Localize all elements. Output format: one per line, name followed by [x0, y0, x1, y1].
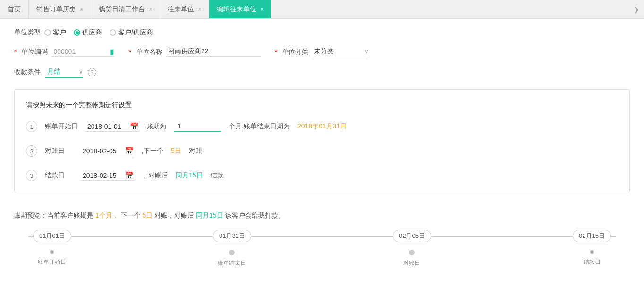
- setting-row-1: 1 账单开始日 📅 账期为 个月,账单结束日期为 2018年01月31日: [26, 121, 618, 132]
- reconcile-date-calendar-icon[interactable]: 📅: [125, 147, 134, 155]
- preview-text-middle1: 下一个: [121, 211, 141, 219]
- tab-sales-history-label: 销售订单历史: [36, 5, 76, 14]
- tab-cashflow-label: 钱货日清工作台: [99, 5, 145, 14]
- timeline-item-1: 01月31日 账单结束日: [213, 230, 251, 267]
- setting-number-3: 3: [26, 170, 37, 181]
- tab-partner-units-label: 往来单位: [168, 5, 194, 14]
- period-suffix-label: 个月,账单结束日期为: [229, 122, 290, 131]
- radio-supplier[interactable]: 供应商: [74, 28, 102, 37]
- timeline-label-0: 账单开始日: [38, 258, 66, 266]
- unit-type-label: 单位类型: [14, 28, 41, 37]
- radio-supplier-circle: [74, 29, 80, 36]
- period-prefix-label: 账期为: [146, 122, 166, 131]
- payment-help-icon[interactable]: ?: [88, 68, 96, 76]
- radio-both-label: 客户/供应商: [118, 28, 153, 37]
- unit-category-star: *: [275, 48, 277, 56]
- timeline-item-0: 01月01日 账单开始日: [33, 230, 71, 266]
- payment-date-input-group: 📅: [81, 171, 134, 181]
- reconcile-date-input[interactable]: [81, 146, 123, 156]
- timeline-item-3: 02月15日 结款日: [573, 230, 611, 266]
- timeline-date-0: 01月01日: [33, 230, 71, 242]
- unit-name-star: *: [128, 48, 131, 56]
- timeline-label-2: 对账日: [403, 259, 420, 267]
- timeline-items: 01月01日 账单开始日 01月31日 账单结束日 02月05日 对账日 02月…: [33, 230, 611, 267]
- payment-condition-chevron-icon: ∨: [79, 68, 83, 75]
- payment-date-input[interactable]: [81, 171, 123, 180]
- preview-highlight-2: 5日: [142, 211, 153, 219]
- tab-sales-history-close[interactable]: ×: [80, 6, 83, 13]
- timeline-dot-1: [229, 250, 235, 255]
- radio-customer-label: 客户: [53, 28, 66, 37]
- radio-group: 客户 供应商 客户/供应商: [44, 28, 153, 37]
- preview-highlight-3: 同月15日: [196, 211, 223, 219]
- unit-code-copy-icon[interactable]: ▮: [110, 47, 114, 56]
- tab-partner-units[interactable]: 往来单位 ×: [160, 0, 209, 18]
- timeline-date-1: 01月31日: [213, 230, 251, 242]
- unit-category-select[interactable]: 未分类 ∨: [312, 46, 369, 57]
- setting-label-1: 账单开始日: [45, 122, 78, 131]
- payment-suffix: 结款: [211, 171, 224, 180]
- setting-row-2: 2 对账日 📅 ,下一个 5日 对账: [26, 145, 618, 157]
- payment-date-calendar-icon[interactable]: 📅: [125, 171, 134, 180]
- reconcile-date-input-group: 📅: [81, 146, 134, 156]
- unit-code-label: 单位编码: [21, 48, 48, 56]
- payment-condition-select[interactable]: 月结 ∨: [45, 67, 83, 78]
- unit-code-group: * 单位编码 ▮: [14, 47, 114, 57]
- timeline-label-3: 结款日: [584, 258, 601, 266]
- main-content: 单位类型 客户 供应商 客户/供应商 * 单位编码: [0, 19, 644, 287]
- unit-category-chevron-icon: ∨: [364, 48, 369, 55]
- timeline-dot-2: [409, 250, 415, 255]
- tab-edit-partner-close[interactable]: ×: [260, 6, 263, 13]
- timeline-container: 01月01日 账单开始日 01月31日 账单结束日 02月05日 对账日 02月…: [14, 230, 630, 267]
- preview-text-before: 账期预览：当前客户账期是: [14, 211, 93, 219]
- setting-number-2: 2: [26, 145, 37, 157]
- radio-both[interactable]: 客户/供应商: [110, 28, 153, 37]
- unit-category-value: 未分类: [312, 46, 363, 57]
- start-date-input[interactable]: [85, 122, 128, 131]
- tab-expand-button[interactable]: ❯: [629, 0, 644, 18]
- tab-partner-units-close[interactable]: ×: [198, 6, 201, 13]
- unit-name-group: * 单位名称: [128, 47, 260, 57]
- radio-customer[interactable]: 客户: [44, 28, 66, 37]
- payment-prefix: ，对账后: [142, 171, 168, 180]
- radio-supplier-label: 供应商: [82, 28, 102, 37]
- tab-cashflow-close[interactable]: ×: [149, 6, 152, 13]
- reconcile-day-highlight: 5日: [171, 147, 181, 155]
- tab-cashflow[interactable]: 钱货日清工作台 ×: [91, 0, 160, 18]
- tab-bar: 首页 销售订单历史 × 钱货日清工作台 × 往来单位 × 编辑往来单位 × ❯: [0, 0, 644, 19]
- unit-name-input[interactable]: [166, 47, 261, 57]
- unit-details-row: * 单位编码 ▮ * 单位名称 * 单位分类 未分类 ∨: [14, 46, 630, 57]
- reconcile-suffix: 对账: [189, 147, 202, 155]
- unit-type-row: 单位类型 客户 供应商 客户/供应商: [14, 28, 630, 37]
- tab-home[interactable]: 首页: [0, 0, 29, 18]
- preview-text-middle2: 对账，对账后: [154, 211, 194, 219]
- payment-condition-value: 月结: [45, 67, 77, 77]
- timeline-date-2: 02月05日: [393, 230, 431, 242]
- timeline-dot-3: [590, 250, 594, 254]
- unit-name-label: 单位名称: [136, 48, 162, 56]
- unit-category-group: * 单位分类 未分类 ∨: [275, 46, 369, 57]
- timeline-label-1: 账单结束日: [218, 259, 246, 267]
- preview-text-end: 该客户会给我打款。: [225, 211, 285, 219]
- tab-home-label: 首页: [8, 5, 21, 14]
- radio-customer-circle: [44, 29, 51, 36]
- unit-code-input-wrapper: ▮: [51, 47, 114, 57]
- tab-sales-history[interactable]: 销售订单历史 ×: [29, 0, 91, 18]
- unit-code-star: *: [14, 48, 17, 56]
- preview-section: 账期预览：当前客户账期是 1个月， 下一个 5日 对账，对账后 同月15日 该客…: [14, 203, 630, 275]
- settings-card: 请按照未来的一个完整帐期进行设置 1 账单开始日 📅 账期为 个月,账单结束日期…: [14, 89, 630, 193]
- settings-title: 请按照未来的一个完整帐期进行设置: [26, 101, 618, 110]
- timeline-date-3: 02月15日: [573, 230, 611, 242]
- preview-text: 账期预览：当前客户账期是 1个月， 下一个 5日 对账，对账后 同月15日 该客…: [14, 210, 630, 220]
- tab-edit-partner-label: 编辑往来单位: [217, 5, 256, 14]
- period-input[interactable]: [174, 121, 221, 132]
- tab-edit-partner[interactable]: 编辑往来单位 ×: [209, 0, 271, 18]
- unit-code-input[interactable]: [51, 47, 108, 56]
- start-date-input-group: 📅: [85, 122, 139, 132]
- radio-both-circle: [110, 29, 116, 36]
- payment-day-highlight: 同月15日: [176, 171, 203, 180]
- start-date-calendar-icon[interactable]: 📅: [130, 122, 139, 131]
- setting-label-3: 结款日: [45, 171, 73, 180]
- preview-highlight-1: 1个月，: [95, 211, 119, 219]
- payment-condition-row: 收款条件 月结 ∨ ?: [14, 67, 630, 78]
